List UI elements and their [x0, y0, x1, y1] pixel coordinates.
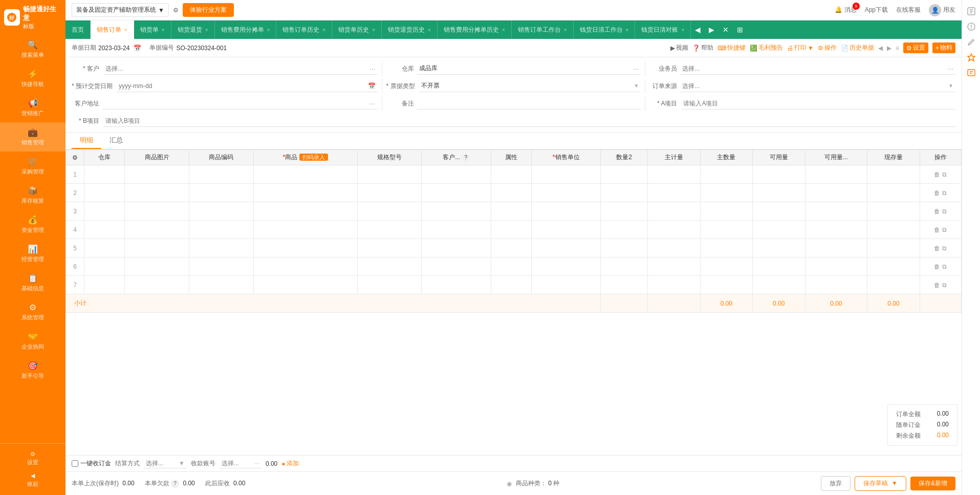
help-circle-icon2[interactable]: ? — [171, 480, 179, 488]
tab-invoice-history[interactable]: 销货单历史 × — [332, 20, 382, 39]
delete-row-icon[interactable]: 🗑 — [934, 226, 940, 233]
close-tab-icon[interactable]: × — [428, 27, 431, 33]
system-selector[interactable]: 装备及固定资产辅助管理系统 ▼ — [72, 3, 169, 17]
delete-row-icon[interactable]: 🗑 — [934, 282, 940, 289]
close-tab-icon[interactable]: × — [564, 27, 567, 33]
close-tab-icon[interactable]: × — [205, 27, 208, 33]
save-draft-btn[interactable]: 保存草稿 ▼ — [855, 476, 906, 491]
warehouse-ellipsis[interactable]: ··· — [633, 64, 639, 73]
close-tab-icon[interactable]: × — [626, 27, 629, 33]
form-settings-btn[interactable]: ⚙ 设置 — [903, 42, 928, 53]
abandon-btn[interactable]: 放弃 — [821, 476, 851, 491]
calendar-icon[interactable]: 📅 — [134, 45, 141, 52]
cell-code-1[interactable] — [189, 165, 253, 184]
right-panel-btn-5[interactable] — [964, 66, 978, 80]
right-panel-btn-4[interactable] — [964, 50, 978, 64]
a-project-text-input[interactable] — [683, 100, 953, 107]
receipt-account-select[interactable]: ··· — [220, 459, 262, 468]
tab-more-btn[interactable]: ✕ — [718, 20, 733, 39]
industry-btn[interactable]: 体验行业方案 — [183, 3, 234, 17]
copy-row-icon[interactable]: ⧉ — [942, 171, 947, 178]
tab-reconcile[interactable]: 钱货日清对账 × — [635, 20, 691, 39]
tab-return-history[interactable]: 销货退货历史 × — [382, 20, 438, 39]
sidebar-item-inventory[interactable]: 📦 库存核算 — [0, 181, 66, 210]
message-icon-btn[interactable]: 🔔 9 消息 — [835, 6, 856, 14]
delivery-date-text-input[interactable] — [119, 82, 368, 90]
remarks-text-input[interactable] — [419, 100, 639, 107]
cell-qty2-1[interactable] — [601, 165, 648, 184]
close-tab-icon[interactable]: × — [322, 27, 325, 33]
close-tab-icon[interactable]: × — [162, 27, 165, 33]
scan-btn[interactable]: 扫码录入 — [299, 154, 328, 161]
close-tab-icon[interactable]: × — [267, 27, 270, 33]
delivery-date-input[interactable]: 📅 — [117, 80, 378, 92]
right-panel-btn-3[interactable] — [964, 35, 978, 49]
nav-left-btn[interactable]: ◀ — [878, 45, 883, 52]
sidebar-item-quicknav[interactable]: ⚡ 快捷导航 — [0, 64, 66, 93]
b-project-input[interactable] — [103, 115, 955, 127]
col-settings[interactable]: ⚙ — [66, 150, 84, 165]
copy-row-icon[interactable]: ⧉ — [942, 208, 947, 215]
delete-row-icon[interactable]: 🗑 — [934, 208, 940, 215]
sidebar-item-finance[interactable]: 💰 资金管理 — [0, 210, 66, 239]
cell-stock-1[interactable] — [867, 165, 920, 184]
sidebar-item-sales[interactable]: 💼 销售管理 — [0, 122, 66, 152]
one-key-checkbox[interactable] — [72, 460, 78, 467]
table-scroll[interactable]: ⚙ 仓库 商品图片 商品编码 *商品 扫码录入 规格型号 客户.. — [66, 149, 962, 455]
cell-attr-1[interactable] — [491, 165, 532, 184]
copy-row-icon[interactable]: ⧉ — [942, 226, 947, 233]
help-btn[interactable]: ❓ 帮助 — [692, 44, 713, 52]
user-area[interactable]: 👤 用友 — [929, 4, 955, 16]
tab-expense-split[interactable]: 销售费用分摊单 × — [215, 20, 277, 39]
invoice-dropdown-icon[interactable]: ▼ — [634, 83, 639, 89]
sidebar-item-system[interactable]: ⚙ 系统管理 — [0, 297, 66, 327]
cell-avail2-1[interactable] — [805, 165, 867, 184]
cell-mqty-1[interactable] — [700, 165, 752, 184]
right-panel-btn-1[interactable] — [964, 4, 978, 18]
a-project-input[interactable] — [681, 97, 955, 110]
view-btn[interactable]: ▶ 视频 — [670, 44, 688, 52]
tab-sales-return[interactable]: 销货退货 × — [171, 20, 215, 39]
print-btn[interactable]: 🖨 打印 ▼ — [787, 44, 814, 52]
customer-address-input[interactable]: ··· — [102, 97, 378, 110]
order-source-input[interactable]: ▼ — [680, 80, 955, 92]
tab-sales-invoice[interactable]: 销货单 × — [134, 20, 171, 39]
add-material-btn[interactable]: + 物料 — [932, 42, 955, 53]
remarks-input[interactable] — [417, 97, 641, 110]
copy-row-icon[interactable]: ⧉ — [942, 282, 947, 289]
save-new-btn[interactable]: 保存&新增 — [910, 477, 955, 490]
online-service-btn[interactable]: 在线客服 — [896, 6, 921, 14]
goods-count-circle-icon[interactable]: ◉ — [507, 480, 512, 487]
tab-daily-clear[interactable]: 钱货日清工作台 × — [574, 20, 636, 39]
tab-workbench[interactable]: 销售订单工作台 × — [512, 20, 574, 39]
cell-avail-1[interactable] — [753, 165, 805, 184]
cell-cattr-1[interactable] — [422, 165, 491, 184]
sidebar-collapse-btn[interactable]: ◀ 收起 — [0, 469, 66, 491]
sidebar-item-marketing[interactable]: 📢 营销推广 — [0, 93, 66, 122]
copy-row-icon[interactable]: ⧉ — [942, 189, 947, 197]
tab-sales-order[interactable]: 销售订单 × — [91, 20, 134, 39]
salesperson-input[interactable]: ··· — [680, 62, 955, 75]
delete-row-icon[interactable]: 🗑 — [934, 189, 940, 197]
tab-next-btn[interactable]: ▶ — [705, 20, 718, 39]
invoice-type-input[interactable]: 不开票 ▼ — [419, 80, 641, 92]
payment-method-select[interactable]: ▼ — [144, 459, 187, 468]
tab-expand-btn[interactable]: ⊞ — [733, 20, 747, 39]
close-tab-icon[interactable]: × — [681, 27, 684, 33]
sidebar-item-basic[interactable]: 📋 基础信息 — [0, 268, 66, 297]
payment-method-input[interactable] — [146, 460, 177, 467]
list-view-btn[interactable]: ≡ — [896, 45, 899, 52]
save-draft-dropdown-icon[interactable]: ▼ — [891, 480, 898, 487]
tab-prev-btn[interactable]: ◀ — [691, 20, 705, 39]
cell-warehouse-1[interactable] — [84, 165, 125, 184]
shortcut-btn[interactable]: ⌨ 快捷键 — [717, 44, 746, 52]
one-key-checkbox-label[interactable]: 一键收订金 — [72, 459, 111, 468]
operation-btn[interactable]: ⚙ 操作 — [818, 44, 837, 52]
close-tab-icon[interactable]: × — [502, 27, 505, 33]
tab-order-history[interactable]: 销售订单历史 × — [276, 20, 332, 39]
customer-ellipsis[interactable]: ··· — [369, 64, 376, 73]
order-source-dropdown-icon[interactable]: ▼ — [948, 83, 953, 89]
copy-row-icon[interactable]: ⧉ — [942, 263, 947, 270]
sidebar-item-guide[interactable]: 🎯 新手引导 — [0, 356, 66, 385]
sidebar-item-search[interactable]: 🔍 搜索菜单 — [0, 35, 66, 64]
